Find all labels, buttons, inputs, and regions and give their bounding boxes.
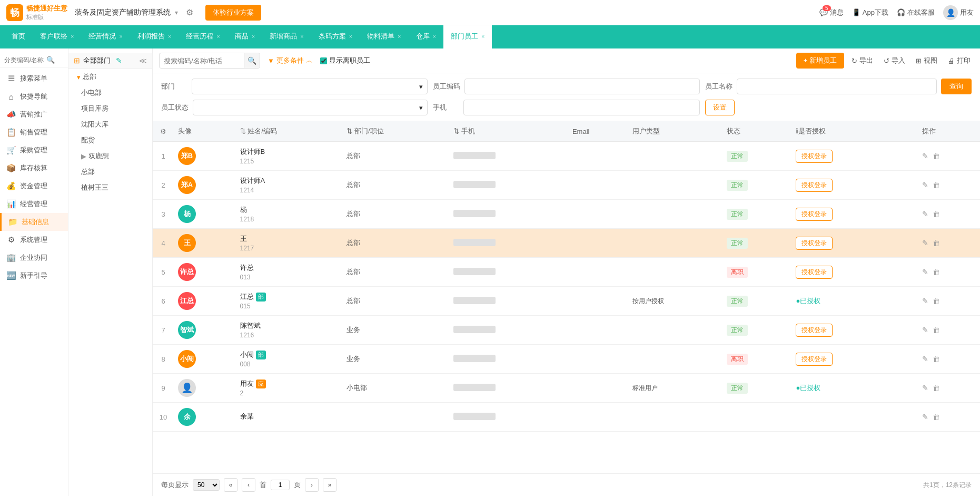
sidebar-item-quick_nav[interactable]: ⌂快捷导航	[0, 87, 68, 105]
delete-icon[interactable]: 🗑	[933, 210, 940, 218]
dept-collapse-button[interactable]: ≪	[139, 56, 147, 65]
show-resigned-checkbox-label[interactable]: 显示离职员工	[320, 56, 370, 65]
auth-button[interactable]: 授权登录	[796, 353, 833, 366]
search-button[interactable]: 🔍	[244, 53, 260, 69]
nav-close-barcode[interactable]: ×	[349, 33, 352, 40]
search-input[interactable]	[160, 57, 244, 65]
edit-icon[interactable]: ✎	[922, 355, 928, 363]
dept-node-hq[interactable]: ▾ 总部	[68, 69, 152, 85]
dept-node-small-elec[interactable]: 小电部	[68, 85, 152, 101]
sidebar-item-sales[interactable]: 📋销售管理	[0, 123, 68, 141]
col-phone[interactable]: ⇅ 手机	[449, 121, 568, 142]
nav-close-new_goods[interactable]: ×	[300, 33, 303, 40]
nav-close-customer[interactable]: ×	[71, 33, 74, 40]
sidebar-item-operations[interactable]: 📊经营管理	[0, 195, 68, 213]
nav-item-dept_staff[interactable]: 部门员工×	[443, 25, 492, 48]
edit-icon[interactable]: ✎	[922, 152, 928, 160]
sidebar-item-inventory[interactable]: 📦库存核算	[0, 159, 68, 177]
filter-empname-input[interactable]	[737, 79, 937, 94]
page-number-input[interactable]	[271, 480, 290, 490]
first-page-button[interactable]: «	[224, 478, 237, 492]
delete-icon[interactable]: 🗑	[933, 181, 940, 189]
edit-icon[interactable]: ✎	[922, 297, 928, 305]
nav-item-barcode[interactable]: 条码方案×	[311, 25, 360, 48]
nav-item-new_goods[interactable]: 新增商品×	[262, 25, 311, 48]
sidebar-item-system[interactable]: ⚙系统管理	[0, 231, 68, 249]
filter-empcode-input[interactable]	[464, 79, 699, 94]
dept-node-planting-king[interactable]: 植树王三	[68, 180, 152, 196]
delete-icon[interactable]: 🗑	[933, 239, 940, 247]
edit-icon[interactable]: ✎	[922, 181, 928, 189]
nav-item-material[interactable]: 物料清单×	[360, 25, 408, 48]
nav-item-customer[interactable]: 客户联络×	[33, 25, 81, 48]
sidebar-item-guide[interactable]: 🆕新手引导	[0, 267, 68, 285]
nav-close-profit[interactable]: ×	[168, 33, 171, 40]
sidebar-item-marketing[interactable]: 📣营销推广	[0, 105, 68, 123]
page-size-select[interactable]: 50 20 100	[193, 479, 220, 491]
nav-close-history[interactable]: ×	[216, 33, 220, 40]
reset-button[interactable]: 设置	[705, 100, 735, 115]
dept-node-dual-dream[interactable]: ▶ 双鹿想	[68, 148, 152, 164]
import-button[interactable]: ↺ 导入	[880, 54, 908, 67]
auth-button[interactable]: 授权登录	[796, 208, 833, 221]
user-menu[interactable]: 👤 用友	[943, 5, 974, 20]
nav-close-material[interactable]: ×	[398, 33, 401, 40]
query-button[interactable]: 查询	[941, 79, 972, 94]
sidebar-item-finance[interactable]: 💰资金管理	[0, 177, 68, 195]
sidebar-item-basic_info[interactable]: 📁基础信息	[0, 213, 68, 231]
edit-icon[interactable]: ✎	[922, 268, 928, 276]
auth-button[interactable]: 授权登录	[796, 266, 833, 279]
edit-icon[interactable]: ✎	[922, 326, 928, 334]
online-service-button[interactable]: 🎧 在线客服	[897, 8, 935, 17]
last-page-button[interactable]: »	[323, 478, 336, 492]
auth-button[interactable]: 授权登录	[796, 237, 833, 250]
edit-icon[interactable]: ✎	[922, 239, 928, 247]
nav-item-warehouse[interactable]: 仓库×	[409, 25, 443, 48]
edit-icon[interactable]: ✎	[922, 413, 928, 421]
col-dept[interactable]: ⇅ 部门/职位	[342, 121, 449, 142]
auth-button[interactable]: 授权登录	[796, 150, 833, 163]
delete-icon[interactable]: 🗑	[933, 152, 940, 160]
sidebar-item-company[interactable]: 🏢企业协同	[0, 249, 68, 267]
prev-page-button[interactable]: ‹	[242, 478, 255, 492]
delete-icon[interactable]: 🗑	[933, 384, 940, 392]
sidebar-item-search_menu[interactable]: ☰搜索菜单	[0, 70, 68, 87]
message-button[interactable]: 💬 5 消息	[819, 8, 844, 17]
col-settings[interactable]: ⚙	[153, 121, 174, 142]
show-resigned-checkbox[interactable]	[320, 57, 327, 64]
nav-item-profit[interactable]: 利润报告×	[130, 25, 179, 48]
nav-item-home[interactable]: 首页	[4, 25, 33, 48]
filter-dept-select[interactable]: ▾	[192, 79, 428, 94]
auth-button[interactable]: 授权登录	[796, 179, 833, 192]
nav-item-history[interactable]: 经营历程×	[179, 25, 227, 48]
col-name[interactable]: ⇅ 姓名/编码	[236, 121, 343, 142]
filter-status-select[interactable]: ▾	[193, 100, 428, 115]
delete-icon[interactable]: 🗑	[933, 355, 940, 363]
filter-phone-input[interactable]	[463, 100, 699, 115]
dept-node-hq2[interactable]: 总部	[68, 164, 152, 180]
sidebar-search-input[interactable]	[4, 56, 46, 64]
add-employee-button[interactable]: + 新增员工	[796, 53, 844, 69]
delete-icon[interactable]: 🗑	[933, 413, 940, 421]
nav-item-goods[interactable]: 商品×	[227, 25, 262, 48]
nav-close-warehouse[interactable]: ×	[433, 33, 436, 40]
delete-icon[interactable]: 🗑	[933, 297, 940, 305]
system-title-arrow[interactable]: ▾	[175, 9, 178, 16]
more-filter-button[interactable]: ▼ 更多条件 ︿	[265, 56, 315, 65]
dept-node-project[interactable]: 项目库房	[68, 101, 152, 116]
dept-edit-icon[interactable]: ✎	[116, 56, 122, 65]
delete-icon[interactable]: 🗑	[933, 268, 940, 276]
dept-node-shenyang[interactable]: 沈阳大库	[68, 116, 152, 132]
edit-icon[interactable]: ✎	[922, 384, 928, 392]
sidebar-item-purchase[interactable]: 🛒采购管理	[0, 141, 68, 159]
nav-item-business[interactable]: 经营情况×	[81, 25, 130, 48]
nav-close-business[interactable]: ×	[119, 33, 122, 40]
print-button[interactable]: 🖨 打印	[945, 54, 974, 67]
app-download-button[interactable]: 📱 App下载	[852, 8, 888, 17]
settings-button[interactable]: ⚙	[182, 5, 197, 20]
trial-button[interactable]: 体验行业方案	[205, 5, 261, 21]
dept-node-distribution[interactable]: 配货	[68, 132, 152, 148]
auth-button[interactable]: 授权登录	[796, 324, 833, 337]
export-button[interactable]: ↻ 导出	[848, 54, 876, 67]
edit-icon[interactable]: ✎	[922, 210, 928, 218]
